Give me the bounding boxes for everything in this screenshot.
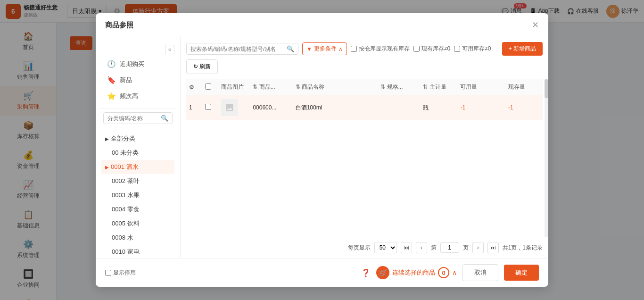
col-stock-header[interactable]: 现存量 — [505, 79, 543, 95]
col-unit-header[interactable]: ⇅ 主计量 — [420, 79, 457, 95]
category-item-fruit[interactable]: 0003 水果 — [101, 188, 174, 202]
row-name: 白酒100ml — [293, 95, 378, 120]
row-spec — [378, 95, 420, 120]
col-image-header: 商品图片 — [218, 79, 250, 95]
row-available: -1 — [457, 95, 505, 120]
row-select-checkbox[interactable] — [205, 104, 211, 110]
add-product-button[interactable]: + 新增商品 — [502, 42, 543, 56]
category-item-snack[interactable]: 0004 零食 — [101, 202, 174, 217]
checkbox-available-nonzero[interactable]: 可用库存≠0 — [454, 45, 491, 53]
sort-icon: ⇅ — [296, 83, 300, 90]
frequent-icon: ⭐ — [107, 92, 116, 100]
checkbox-by-warehouse-input[interactable] — [351, 46, 357, 52]
product-search-wrap: 🔍 — [186, 43, 298, 55]
confirm-button[interactable]: 确定 — [504, 265, 539, 281]
category-item-liquor[interactable]: ▶ 0001 酒水 — [101, 160, 174, 174]
sort-icon: ⇅ — [423, 83, 428, 90]
active-arrow-icon: ▶ — [105, 165, 109, 170]
next-page-button[interactable]: › — [472, 242, 484, 253]
product-image — [221, 99, 238, 116]
row-unit: 瓶 — [420, 95, 457, 120]
chevron-up-icon: ∧ — [339, 46, 343, 52]
prev-page-button[interactable]: ‹ — [416, 242, 427, 253]
sort-icon: ⇅ — [253, 83, 257, 90]
help-icon[interactable]: ❓ — [361, 268, 371, 277]
modal-footer: 显示停用 ❓ 🛒 连续选择的商品 0 ∧ 取消 确定 — [96, 258, 548, 287]
checkbox-by-warehouse[interactable]: 按仓库显示现有库存 — [351, 45, 410, 53]
checkbox-stock-nonzero[interactable]: 现有库存≠0 — [413, 45, 450, 53]
recent-icon: 🕐 — [107, 60, 116, 68]
col-checkbox — [202, 79, 218, 95]
modal-title: 商品参照 — [105, 21, 133, 30]
category-section: ▶ 全部分类 00 未分类 ▶ 0001 酒水 0002 茶叶 0003 水果 — [96, 128, 180, 254]
left-panel: « 🕐 近期购买 🔖 新品 ⭐ 频次高 — [96, 37, 181, 258]
pagination: 每页显示 50 ⏮ ‹ 第 页 › ⏭ 共1页，1条记录 — [181, 237, 548, 258]
page-input[interactable] — [440, 242, 459, 253]
row-checkbox[interactable] — [202, 95, 218, 120]
collapse-left-button[interactable]: « — [165, 45, 174, 54]
first-page-button[interactable]: ⏮ — [401, 242, 412, 253]
scrollbar-track[interactable] — [545, 79, 548, 237]
last-page-button[interactable]: ⏭ — [487, 242, 499, 253]
product-table: ⚙ 商品图片 ⇅ 商品... ⇅ — [186, 79, 543, 120]
page-label: 第 — [431, 244, 437, 252]
search-icon[interactable]: 🔍 — [287, 45, 294, 52]
col-settings: ⚙ — [186, 79, 202, 95]
page-label2: 页 — [463, 244, 469, 252]
cart-icon: 🛒 — [376, 266, 389, 279]
product-reference-modal: 商品参照 ✕ « 🕐 近期购买 🔖 新品 — [96, 13, 548, 287]
cart-collapse-icon[interactable]: ∧ — [452, 269, 457, 276]
col-spec-header[interactable]: ⇅ 规格... — [378, 79, 420, 95]
menu-item-frequent[interactable]: ⭐ 频次高 — [99, 88, 176, 104]
row-image — [218, 95, 250, 120]
close-icon[interactable]: ✕ — [532, 20, 539, 30]
new-icon: 🔖 — [107, 76, 116, 84]
refresh-button[interactable]: ↻ 刷新 — [186, 59, 218, 74]
arrow-icon: ▶ — [105, 136, 109, 142]
cart-count: 0 — [438, 267, 449, 278]
cart-button[interactable]: 🛒 连续选择的商品 0 ∧ — [376, 266, 457, 279]
category-search-box: 🔍 — [103, 112, 173, 124]
search-icon[interactable]: 🔍 — [161, 115, 168, 122]
show-disabled-input[interactable] — [105, 270, 111, 276]
checkbox-available-nonzero-input[interactable] — [454, 46, 460, 52]
category-item-beverage[interactable]: 0005 饮料 — [101, 217, 174, 231]
table-header-row: ⚙ 商品图片 ⇅ 商品... ⇅ — [186, 79, 543, 95]
divider — [99, 108, 176, 108]
toolbar: 🔍 ▼ 更多条件 ∧ 按仓库显示现有库存 现有库存≠0 — [181, 37, 548, 79]
modal-header: 商品参照 ✕ — [96, 13, 548, 37]
menu-item-recent[interactable]: 🕐 近期购买 — [99, 56, 176, 72]
select-all-checkbox[interactable] — [205, 83, 211, 90]
menu-item-new[interactable]: 🔖 新品 — [99, 72, 176, 88]
col-name-header[interactable]: ⇅ 商品名称 — [293, 79, 378, 95]
col-code-header[interactable]: ⇅ 商品... — [250, 79, 292, 95]
table-row[interactable]: 1 000600... 白酒100ml 瓶 — [186, 95, 543, 120]
category-item-water[interactable]: 0008 水 — [101, 231, 174, 245]
show-disabled-checkbox[interactable]: 显示停用 — [105, 269, 136, 277]
product-table-wrap: ⚙ 商品图片 ⇅ 商品... ⇅ — [181, 79, 548, 237]
category-item-appliance[interactable]: 0010 家电 — [101, 245, 174, 254]
category-search-input[interactable] — [107, 115, 159, 122]
product-search-input[interactable] — [190, 46, 285, 52]
right-panel: 🔍 ▼ 更多条件 ∧ 按仓库显示现有库存 现有库存≠0 — [181, 37, 548, 258]
category-item-all[interactable]: ▶ 全部分类 — [101, 132, 174, 146]
category-item-uncategorized[interactable]: 00 未分类 — [101, 146, 174, 160]
more-filter-button[interactable]: ▼ 更多条件 ∧ — [302, 42, 347, 55]
filter-icon: ▼ — [306, 46, 312, 52]
cancel-button[interactable]: 取消 — [462, 264, 498, 281]
row-code: 000600... — [250, 95, 292, 120]
col-available-header[interactable]: 可用量 — [457, 79, 505, 95]
modal-body: « 🕐 近期购买 🔖 新品 ⭐ 频次高 — [96, 37, 548, 258]
left-panel-top: « 🕐 近期购买 🔖 新品 ⭐ 频次高 — [96, 41, 180, 128]
modal-overlay: 商品参照 ✕ « 🕐 近期购买 🔖 新品 — [0, 0, 644, 300]
sort-icon: ⇅ — [380, 83, 385, 90]
checkbox-stock-nonzero-input[interactable] — [413, 46, 420, 52]
page-size-select[interactable]: 50 — [374, 242, 397, 253]
row-stock: -1 — [505, 95, 543, 120]
category-item-tea[interactable]: 0002 茶叶 — [101, 174, 174, 188]
row-num: 1 — [186, 95, 202, 120]
scrollbar-thumb[interactable] — [545, 79, 548, 98]
